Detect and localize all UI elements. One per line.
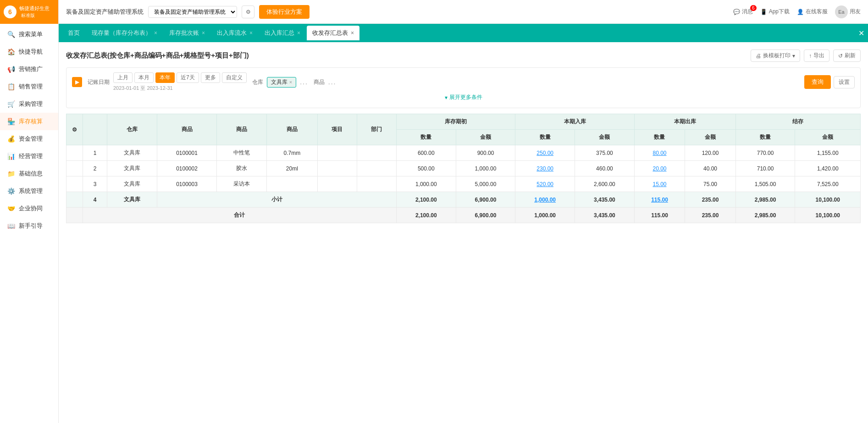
sidebar-item-enterprise[interactable]: 🤝 企业协同 [0,200,58,217]
row-dept [357,176,396,192]
tab-stock-label: 现存量（库存分布表） [92,29,151,37]
date-btn-more[interactable]: 更多 [201,72,220,83]
tab-batch-close[interactable]: × [202,30,205,36]
sidebar-item-marketing[interactable]: 📢 营销推广 [0,60,58,78]
date-btn-custom[interactable]: 自定义 [222,72,247,83]
sidebar-item-operations[interactable]: 📊 经营管理 [0,148,58,165]
sidebar: 6 畅捷通好生意 标准版 🔍 搜索菜单 🏠 快捷导航 📢 营销推广 📋 销售管理… [0,0,59,423]
sidebar-item-purchase[interactable]: 🛒 采购管理 [0,95,58,113]
row-out-qty[interactable]: 15.00 [634,176,685,192]
export-button[interactable]: ↑ 导出 [804,49,829,62]
date-filter-label: 记账日期 [88,78,110,86]
expand-conditions-button[interactable]: ▾ 展开更多条件 [72,92,855,103]
print-template-button[interactable]: 🖨 换模板打印 ▾ [751,49,800,62]
sidebar-item-quick[interactable]: 🏠 快捷导航 [0,43,58,60]
tab-flow[interactable]: 出入库流水 × [211,26,258,40]
date-btn-this-month[interactable]: 本月 [134,72,154,83]
row-close-amt: 1,420.00 [795,161,861,176]
row-out-amt: 40.00 [685,161,736,176]
message-icon: 💬 [733,9,740,15]
col-header-in: 本期入库 [515,114,634,130]
sidebar-item-sales[interactable]: 📋 销售管理 [0,78,58,95]
row-out-qty[interactable]: 20.00 [634,161,685,176]
search-icon: 🔍 [7,31,15,38]
subtotal-open-amt: 6,900.00 [456,192,515,208]
table-row: 2 文具库 0100002 胶水 20ml 500.00 1,000.00 23… [66,161,861,176]
row-out-amt: 120.00 [685,145,736,161]
col-header-out: 本期出库 [634,114,735,130]
settings-gear-button[interactable]: ⚙ [242,5,254,18]
row-out-amt: 75.00 [685,176,736,192]
col-header-out-qty: 数量 [634,130,685,145]
tab-stock-close[interactable]: × [154,30,157,36]
app-download-button[interactable]: 📱 App下载 [760,8,790,16]
header-left: 装备及固定资产辅助管理系统 装备及固定资产辅助管理系统 ⚙ 体验行业方案 [66,5,310,19]
user-menu-button[interactable]: Ea 用友 [835,5,861,18]
warehouse-tag-remove[interactable]: × [289,79,292,85]
date-btn-last-month[interactable]: 上月 [113,72,133,83]
row-close-amt: 7,525.00 [795,176,861,192]
tab-batch[interactable]: 库存批次账 × [164,26,210,40]
tab-receive-summary[interactable]: 收发存汇总表 × [307,26,359,40]
user-avatar: Ea [835,5,848,18]
row-open-qty: 500.00 [396,161,456,176]
warehouse-more-button[interactable]: ... [300,78,308,86]
col-header-gear: ⚙ [66,114,83,145]
subtotal-out-qty[interactable]: 115.00 [634,192,685,208]
date-btn-7days[interactable]: 近7天 [177,72,199,83]
subtotal-in-qty[interactable]: 1,000.00 [515,192,575,208]
tab-bar-close-button[interactable]: ✕ [858,29,864,38]
try-industry-button[interactable]: 体验行业方案 [259,5,310,19]
product-filter-group: 商品 ... [314,78,337,86]
messages-button[interactable]: 💬 消息 6 [733,8,753,16]
query-button[interactable]: 查询 [804,75,831,89]
tab-receive-summary-close[interactable]: × [351,30,354,36]
filter-settings-button[interactable]: 设置 [834,76,855,88]
online-service-button[interactable]: 👤 在线客服 [797,8,828,16]
tab-summary-inout-close[interactable]: × [297,30,300,36]
tab-stock[interactable]: 现存量（库存分布表） × [86,26,163,40]
print-icon: 🖨 [756,53,761,59]
row-warehouse: 文具库 [107,161,157,176]
tab-bar: 首页 现存量（库存分布表） × 库存批次账 × 出入库流水 × 出入库汇总 × … [59,24,868,42]
row-warehouse: 文具库 [107,176,157,192]
subtotal-label: 小计 [157,192,397,208]
tab-flow-close[interactable]: × [249,30,253,36]
sales-icon: 📋 [7,83,15,90]
row-num: 3 [83,176,107,192]
sidebar-item-inventory[interactable]: 🏪 库存核算 [0,113,58,130]
sidebar-item-label: 资金管理 [19,135,43,143]
tab-home[interactable]: 首页 [62,26,85,40]
sidebar-item-label: 采购管理 [19,100,43,108]
sidebar-item-search[interactable]: 🔍 搜索菜单 [0,26,58,43]
subtotal-open-qty: 2,100.00 [396,192,456,208]
tab-summary-inout[interactable]: 出入库汇总 × [259,26,306,40]
row-out-qty[interactable]: 80.00 [634,145,685,161]
row-code: 0100003 [157,176,217,192]
date-btn-this-year[interactable]: 本年 [155,72,175,83]
row-in-qty[interactable]: 230.00 [515,161,575,176]
sidebar-item-guide[interactable]: 📖 新手引导 [0,217,58,235]
col-header-open-amt: 金额 [456,130,515,145]
row-dept [357,161,396,176]
sidebar-item-finance[interactable]: 💰 资金管理 [0,130,58,148]
row-in-qty[interactable]: 250.00 [515,145,575,161]
refresh-button[interactable]: ↺ 刷新 [833,49,861,62]
page-content: 收发存汇总表(按仓库+商品编码+商品+规格型号+项目+部门) 🖨 换模板打印 ▾… [59,42,868,423]
sidebar-item-system[interactable]: ⚙️ 系统管理 [0,182,58,200]
sidebar-item-basic[interactable]: 📁 基础信息 [0,165,58,182]
row-spec: 0.7mm [267,145,317,161]
system-selector[interactable]: 装备及固定资产辅助管理系统 [148,6,237,18]
row-close-qty: 710.00 [735,161,795,176]
gear-icon[interactable]: ⚙ [72,126,77,133]
row-close-qty: 1,505.00 [735,176,795,192]
filter-collapse-button[interactable]: ▶ [72,77,82,87]
row-close-amt: 1,155.00 [795,145,861,161]
row-spec [267,176,317,192]
row-in-amt: 375.00 [575,145,635,161]
row-dept [357,145,396,161]
subtotal-num: 4 [83,192,107,208]
product-more-button[interactable]: ... [328,78,337,86]
footer-close-qty: 2,985.00 [735,208,795,223]
row-in-qty[interactable]: 520.00 [515,176,575,192]
